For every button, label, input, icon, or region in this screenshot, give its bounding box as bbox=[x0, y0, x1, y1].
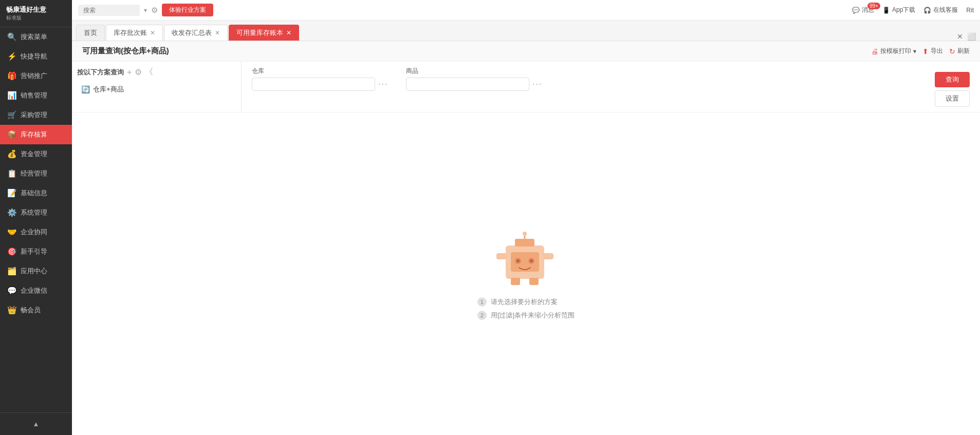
tab-close-available-ledger[interactable]: ✕ bbox=[286, 29, 291, 36]
topbar-chevron-icon[interactable]: ▾ bbox=[144, 7, 147, 14]
content-area: 可用量查询(按仓库+商品) 🖨 按模板打印 ▾ ⬆ 导出 ↻ 刷新 bbox=[72, 41, 980, 435]
trial-button[interactable]: 体验行业方案 bbox=[162, 4, 213, 16]
sidebar-icon-member: 👑 bbox=[7, 306, 16, 315]
sidebar-label-inventory: 库存核算 bbox=[21, 130, 47, 139]
scheme-settings-button[interactable]: ⚙ bbox=[135, 67, 142, 77]
goods-input-row: ··· bbox=[406, 78, 550, 91]
sidebar-item-inventory[interactable]: 📦 库存核算 bbox=[0, 125, 72, 144]
query-panel: 按以下方案查询 + ⚙ 《 🔄 仓库+商品 仓库 bbox=[72, 62, 980, 112]
scheme-item-icon: 🔄 bbox=[81, 85, 90, 93]
svg-rect-10 bbox=[543, 253, 553, 259]
tab-available-ledger[interactable]: 可用量库存账本✕ bbox=[229, 25, 299, 41]
print-chevron-icon: ▾ bbox=[913, 48, 916, 55]
sidebar-scroll: 🔍 搜索菜单 ⚡ 快捷导航 🎁 营销推广 📊 销售管理 🛒 采购管理 📦 库存核… bbox=[0, 27, 72, 412]
main-area: ▾ ⚙ 体验行业方案 💬 消息 99+ 📱 App下载 🎧 在线客服 bbox=[72, 0, 980, 435]
sidebar-icon-finance: 💰 bbox=[7, 149, 16, 159]
user-name: Rit bbox=[966, 7, 974, 14]
goods-filter-label: 商品 bbox=[406, 67, 550, 75]
topbar-search-input[interactable] bbox=[78, 5, 140, 16]
print-action[interactable]: 🖨 按模板打印 ▾ bbox=[871, 47, 916, 55]
tabbar: 首页库存批次账✕收发存汇总表✕可用量库存账本✕ ✕ ⬜ bbox=[72, 21, 980, 41]
refresh-label: 刷新 bbox=[957, 47, 970, 55]
sidebar-item-operations[interactable]: 📋 经营管理 bbox=[0, 164, 72, 183]
sidebar-icon-newbie: 🎯 bbox=[7, 247, 16, 256]
sidebar-item-member[interactable]: 👑 畅会员 bbox=[0, 300, 72, 320]
sidebar-icon-app-center: 🗂️ bbox=[7, 267, 16, 276]
sidebar-item-app-center[interactable]: 🗂️ 应用中心 bbox=[0, 261, 72, 281]
sidebar-item-marketing[interactable]: 🎁 营销推广 bbox=[0, 66, 72, 86]
tab-close-batch-ledger[interactable]: ✕ bbox=[150, 29, 155, 36]
goods-input[interactable] bbox=[406, 78, 529, 91]
page-header-actions: 🖨 按模板打印 ▾ ⬆ 导出 ↻ 刷新 bbox=[871, 47, 970, 55]
empty-state: 1 请先选择要分析的方案 2 用[过滤]条件来缩小分析范围 bbox=[72, 112, 980, 435]
tab-label-batch-ledger: 库存批次账 bbox=[114, 28, 147, 37]
sidebar-item-finance[interactable]: 💰 资金管理 bbox=[0, 144, 72, 164]
export-action[interactable]: ⬆ 导出 bbox=[922, 47, 943, 55]
warehouse-input[interactable] bbox=[252, 78, 375, 91]
warehouse-dots-button[interactable]: ··· bbox=[378, 80, 388, 89]
query-scheme-panel: 按以下方案查询 + ⚙ 《 🔄 仓库+商品 bbox=[72, 62, 242, 112]
svg-point-5 bbox=[530, 259, 533, 262]
empty-illustration bbox=[495, 228, 557, 289]
sidebar-label-newbie: 新手引导 bbox=[21, 247, 47, 256]
sidebar-icon-basic: 📝 bbox=[7, 188, 16, 198]
sidebar-item-system[interactable]: ⚙️ 系统管理 bbox=[0, 203, 72, 222]
print-label: 按模板打印 bbox=[880, 47, 911, 55]
app-download-label: App下载 bbox=[892, 6, 915, 14]
scheme-add-button[interactable]: + bbox=[127, 68, 132, 77]
tab-batch-ledger[interactable]: 库存批次账✕ bbox=[106, 25, 163, 41]
svg-rect-1 bbox=[511, 252, 539, 272]
refresh-action[interactable]: ↻ 刷新 bbox=[949, 47, 970, 55]
sidebar-label-purchase: 采购管理 bbox=[21, 110, 47, 120]
sidebar-icon-search: 🔍 bbox=[7, 32, 16, 42]
svg-point-4 bbox=[516, 259, 520, 262]
message-button[interactable]: 💬 消息 99+ bbox=[852, 6, 874, 14]
scheme-item-warehouse-goods[interactable]: 🔄 仓库+商品 bbox=[77, 82, 236, 97]
sidebar: 畅康通好生意 标准版 🔍 搜索菜单 ⚡ 快捷导航 🎁 营销推广 📊 销售管理 🛒… bbox=[0, 0, 72, 435]
app-download-button[interactable]: 📱 App下载 bbox=[882, 6, 915, 14]
empty-hints: 1 请先选择要分析的方案 2 用[过滤]条件来缩小分析范围 bbox=[477, 297, 575, 320]
tab-receive-summary[interactable]: 收发存汇总表✕ bbox=[164, 25, 228, 41]
sidebar-icon-purchase: 🛒 bbox=[7, 110, 16, 120]
sidebar-label-basic: 基础信息 bbox=[21, 188, 47, 198]
online-service-button[interactable]: 🎧 在线客服 bbox=[923, 6, 958, 14]
topbar: ▾ ⚙ 体验行业方案 💬 消息 99+ 📱 App下载 🎧 在线客服 bbox=[72, 0, 980, 21]
logo-subtitle: 标准版 bbox=[6, 14, 66, 22]
svg-point-8 bbox=[523, 232, 527, 236]
sidebar-label-finance: 资金管理 bbox=[21, 149, 47, 159]
tab-close-receive-summary[interactable]: ✕ bbox=[215, 29, 220, 36]
topbar-right: 💬 消息 99+ 📱 App下载 🎧 在线客服 Rit bbox=[852, 6, 974, 14]
svg-rect-9 bbox=[496, 253, 507, 259]
sidebar-item-purchase[interactable]: 🛒 采购管理 bbox=[0, 105, 72, 125]
sidebar-item-newbie[interactable]: 🎯 新手引导 bbox=[0, 242, 72, 261]
topbar-gear-icon[interactable]: ⚙ bbox=[151, 6, 158, 15]
query-button[interactable]: 查询 bbox=[935, 72, 970, 87]
logo-title: 畅康通好生意 bbox=[6, 5, 66, 14]
scheme-collapse-button[interactable]: 《 bbox=[145, 67, 153, 78]
goods-filter-field: 商品 ··· bbox=[406, 67, 550, 91]
user-menu[interactable]: Rit bbox=[966, 7, 974, 14]
sidebar-item-search[interactable]: 🔍 搜索菜单 bbox=[0, 27, 72, 47]
filter-actions: 查询 设置 bbox=[935, 67, 970, 107]
sidebar-label-sales: 销售管理 bbox=[21, 91, 47, 100]
sidebar-item-enterprise[interactable]: 🤝 企业协同 bbox=[0, 222, 72, 242]
maximize-window-btn[interactable]: ⬜ bbox=[967, 32, 976, 41]
sidebar-icon-quick-nav: ⚡ bbox=[7, 52, 16, 61]
hint-1-text: 请先选择要分析的方案 bbox=[491, 297, 558, 307]
settings-button[interactable]: 设置 bbox=[935, 90, 970, 107]
scheme-item-label: 仓库+商品 bbox=[93, 85, 124, 94]
sidebar-item-quick-nav[interactable]: ⚡ 快捷导航 bbox=[0, 47, 72, 66]
message-icon: 💬 bbox=[852, 7, 860, 14]
sidebar-item-sales[interactable]: 📊 销售管理 bbox=[0, 86, 72, 105]
sidebar-item-wechat[interactable]: 💬 企业微信 bbox=[0, 281, 72, 300]
sidebar-icon-marketing: 🎁 bbox=[7, 71, 16, 81]
hint-2-num: 2 bbox=[477, 311, 487, 320]
sidebar-label-system: 系统管理 bbox=[21, 208, 47, 217]
tab-home[interactable]: 首页 bbox=[76, 25, 105, 41]
goods-dots-button[interactable]: ··· bbox=[532, 80, 542, 89]
sidebar-label-quick-nav: 快捷导航 bbox=[21, 52, 47, 61]
export-label: 导出 bbox=[931, 47, 943, 55]
sidebar-item-basic[interactable]: 📝 基础信息 bbox=[0, 183, 72, 203]
sidebar-scroll-up[interactable]: ▲ bbox=[4, 417, 68, 431]
close-window-btn[interactable]: ✕ bbox=[957, 32, 963, 41]
